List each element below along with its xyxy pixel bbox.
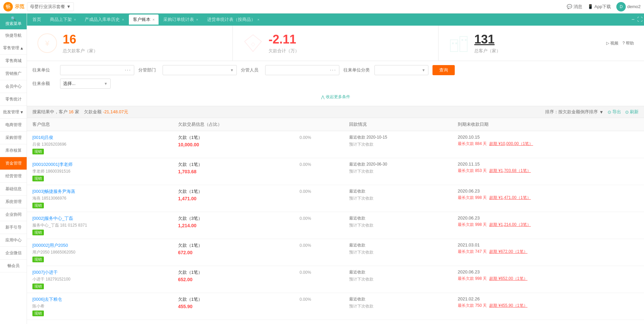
overdue-link[interactable]: 超期 ¥672.00（1笔） xyxy=(489,249,527,254)
chevron-icon: ▼ xyxy=(20,110,24,115)
tab-close-icon[interactable]: × xyxy=(257,18,259,22)
recover-date: 最近收款 xyxy=(349,269,447,275)
industry-selector[interactable]: 母婴行业演示套餐 ▼ xyxy=(27,2,74,11)
help-btn[interactable]: ? 帮助 xyxy=(622,40,634,46)
sidebar-item-retail-mgmt[interactable]: 零售管理 ▲ xyxy=(0,42,27,55)
refresh-btn[interactable]: ⊙ 刷新 xyxy=(625,109,639,115)
cell-debt-4: 欠款（1笔） 672.00 xyxy=(173,239,294,266)
logo-text: 示范 xyxy=(15,4,24,10)
customer-name-link[interactable]: [000002]用户2050 xyxy=(32,243,68,248)
sidebar-item-batch-mgmt[interactable]: 批发管理 ▼ xyxy=(0,106,27,119)
stat-label-total: 总客户（家） xyxy=(474,48,501,54)
sidebar-item-label: 营销推广 xyxy=(5,71,22,76)
recover-plan: 预计下次收款 xyxy=(349,276,447,282)
sidebar-item-inventory[interactable]: 库存核算 xyxy=(0,144,27,157)
customer-name-link[interactable]: [0001020001]李老师 xyxy=(32,162,73,167)
message-btn[interactable]: 💬 消息 xyxy=(567,4,582,10)
overdue-link[interactable]: 超期 ¥652.00（1笔） xyxy=(489,276,527,281)
cell-customer-7: [000001]黄思源 黄思源 13552700226 现销 xyxy=(27,320,173,324)
tab-minimize-btn[interactable]: − xyxy=(632,17,635,23)
sidebar-item-ecommerce[interactable]: 电商管理 xyxy=(0,119,27,131)
sidebar-item-vip[interactable]: 畅会员 xyxy=(0,260,27,272)
customer-sub: 小进干 18279152100 xyxy=(32,276,167,282)
sidebar-item-basic-info[interactable]: 基础信息 xyxy=(0,183,27,196)
sidebar-item-app-center[interactable]: 应用中心 xyxy=(0,234,27,247)
overdue-link[interactable]: 超期 ¥455.90（1笔） xyxy=(489,303,527,308)
debt-count: 欠款（1笔） xyxy=(178,161,289,168)
sort-selector[interactable]: 排序：按欠款金额倒序排序 ▼ xyxy=(545,109,604,115)
top-bar-right: 💬 消息 📱 App下载 D demo2 xyxy=(567,2,641,11)
export-icon: ⊙ xyxy=(608,110,611,115)
export-btn[interactable]: ⊙ 导出 xyxy=(608,109,621,115)
unit-category-select[interactable]: ▼ xyxy=(374,65,428,75)
debt-count: 欠款（3笔） xyxy=(178,215,289,222)
avatar-text: D xyxy=(620,4,623,9)
stat-icon-diamond: ◇ xyxy=(243,33,263,53)
tab-product-history[interactable]: 产成品入库单历史 × xyxy=(81,14,128,25)
sidebar-item-marketing[interactable]: 营销推广 xyxy=(0,67,27,80)
app-download-btn[interactable]: 📱 App下载 xyxy=(588,4,611,10)
tab-expand-btn[interactable]: ⛶ xyxy=(637,17,643,23)
sidebar-item-purchase[interactable]: 采购管理 xyxy=(0,131,27,144)
chevron-down-icon: ▼ xyxy=(230,68,234,72)
result-unit: 家 xyxy=(75,109,79,114)
stat-info-debt: -2.11 欠款合计（万） xyxy=(269,32,299,54)
col-header-debt-info: 欠款交易信息（占比） xyxy=(173,118,294,131)
sidebar-item-newbie[interactable]: 新手引导 xyxy=(0,221,27,234)
sidebar-quick-nav[interactable]: 快捷导航 xyxy=(0,29,27,42)
cell-due-1: 2020.11.15 最长欠款 853 天 超期 ¥1,703.68（1笔） xyxy=(452,158,644,185)
tab-import-stats[interactable]: 进货单统计表（按商品） × xyxy=(203,14,263,25)
tab-close-icon[interactable]: × xyxy=(74,18,76,22)
tab-product-updown[interactable]: 商品上下架 × xyxy=(46,14,80,25)
customer-name-link[interactable]: [0016]吕俊 xyxy=(32,135,53,140)
debt-ratio: 0.00% xyxy=(300,135,338,140)
search-button[interactable]: 查询 xyxy=(432,65,455,75)
tab-purchase-order[interactable]: 采购订单统计表 × xyxy=(159,14,202,25)
sidebar-item-member[interactable]: 会员中心 xyxy=(0,80,27,93)
sidebar-item-system[interactable]: 系统管理 xyxy=(0,196,27,208)
sidebar-item-corp-collab[interactable]: 企业协同 xyxy=(0,208,27,221)
overdue-link[interactable]: 超期 ¥10,000.00（1笔） xyxy=(489,141,533,146)
tab-close-icon[interactable]: × xyxy=(122,18,124,22)
manager-input[interactable]: ··· xyxy=(265,65,339,75)
customer-name-link[interactable]: [0006]去下粮仓 xyxy=(32,297,62,302)
dept-select[interactable]: ▼ xyxy=(163,65,237,75)
tab-close-icon[interactable]: × xyxy=(152,18,155,22)
debt-amount: 1,214.00 xyxy=(178,223,289,228)
overdue-link[interactable]: 超期 ¥1,471.00（1笔） xyxy=(489,195,531,200)
overdue-link[interactable]: 超期 ¥1,214.00（3笔） xyxy=(489,222,531,227)
debt-amount: 652.00 xyxy=(178,277,289,282)
cell-ratio-1: 0.00% xyxy=(294,158,344,185)
stat-label-customers: 总欠款客户（家） xyxy=(63,48,98,54)
sidebar-search[interactable]: 🔍 搜索菜单 xyxy=(0,13,27,29)
customer-name-link[interactable]: [0002]服务中心_丁磊 xyxy=(32,216,73,221)
tab-home[interactable]: 首页 xyxy=(28,14,45,25)
tab-close-icon[interactable]: × xyxy=(196,18,198,22)
balance-type-select[interactable]: 选择... ▼ xyxy=(60,79,111,89)
source-unit-input[interactable]: ··· xyxy=(60,65,134,75)
debt-ratio: 0.00% xyxy=(300,162,338,167)
stat-item-total: 131 总客户（家） ▷ 视频 ? 帮助 xyxy=(439,26,644,61)
table-wrapper: 客户信息 欠款交易信息（占比） 回款情况 到期未收款日期 [0016]吕俊 吕俊… xyxy=(27,118,644,324)
video-btn[interactable]: ▷ 视频 xyxy=(606,40,618,46)
sidebar-item-retail-stats[interactable]: 零售统计 xyxy=(0,93,27,106)
sidebar-item-operations[interactable]: 经营管理 xyxy=(0,170,27,183)
cell-recover-6: 最近收款 预计下次收款 xyxy=(344,293,452,320)
customer-name-link[interactable]: [0003]畅捷服务尹海蒸 xyxy=(32,189,75,194)
recover-date: 最近收款 xyxy=(349,188,447,194)
collapse-more-btn[interactable]: ⋀ 收起更多条件 xyxy=(32,92,639,102)
tab-customer-account[interactable]: 客户账本 × xyxy=(129,14,159,25)
refresh-label: 刷新 xyxy=(630,109,639,115)
debt-amount: -21,148.07元 xyxy=(103,109,128,114)
sidebar-item-corp-wechat[interactable]: 企业微信 xyxy=(0,247,27,260)
sidebar-item-label: 资金管理 xyxy=(5,161,22,166)
user-profile[interactable]: D demo2 xyxy=(616,2,641,11)
sidebar-item-retail-mall[interactable]: 零售商城 xyxy=(0,55,27,67)
tab-label: 首页 xyxy=(32,17,41,23)
cell-ratio-0: 0.00% xyxy=(294,131,344,158)
video-icon: ▷ xyxy=(606,41,609,46)
overdue-date: 2020.06.23 xyxy=(458,188,639,194)
overdue-link[interactable]: 超期 ¥1,703.68（1笔） xyxy=(489,168,531,173)
customer-name-link[interactable]: [0007]小进干 xyxy=(32,270,58,275)
sidebar-item-finance[interactable]: 资金管理 xyxy=(0,157,27,170)
